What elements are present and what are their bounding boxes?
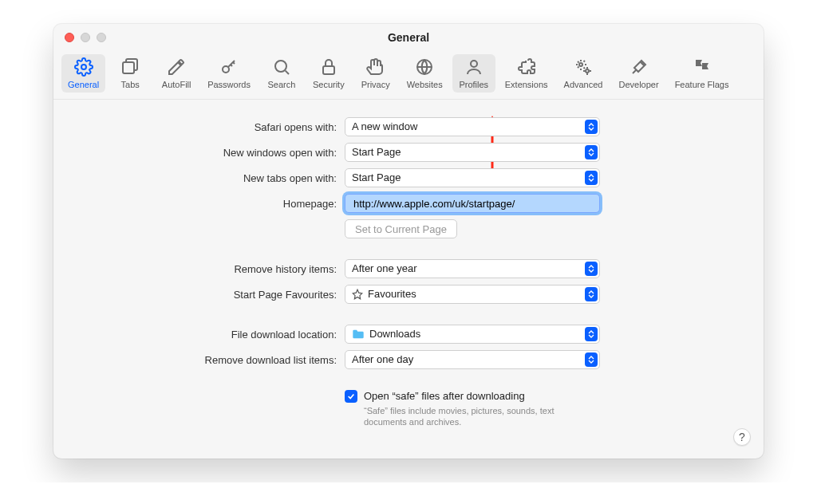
open-safe-files-help: “Safe” files include movies, pictures, s… xyxy=(364,405,579,428)
tabs-icon xyxy=(120,57,140,77)
chevron-updown-icon xyxy=(585,262,598,276)
button-label: Set to Current Page xyxy=(355,223,447,235)
svg-point-0 xyxy=(81,65,86,69)
homepage-input-field[interactable] xyxy=(352,197,593,211)
tab-label: Privacy xyxy=(361,80,390,89)
tab-profiles[interactable]: Profiles xyxy=(452,54,495,93)
label-download-location: File download location: xyxy=(153,329,345,341)
lock-icon xyxy=(319,57,338,77)
chevron-updown-icon xyxy=(585,327,598,341)
svg-point-2 xyxy=(223,66,229,73)
tab-label: Security xyxy=(313,80,345,89)
select-start-page-favourites[interactable]: Favourites xyxy=(345,285,600,304)
gears-icon xyxy=(574,57,593,77)
tab-autofill[interactable]: AutoFill xyxy=(155,54,198,93)
set-current-page-button[interactable]: Set to Current Page xyxy=(345,219,457,238)
tab-privacy[interactable]: Privacy xyxy=(354,54,397,93)
svg-point-6 xyxy=(471,61,477,67)
label-homepage: Homepage: xyxy=(153,198,345,210)
tab-general[interactable]: General xyxy=(61,54,105,93)
globe-icon xyxy=(415,57,434,77)
select-remove-history-items[interactable]: After one year xyxy=(345,259,600,278)
select-value: After one year xyxy=(352,260,417,278)
label-remove-downloads: Remove download list items: xyxy=(153,354,345,366)
tab-search[interactable]: Search xyxy=(260,54,303,93)
flags-icon xyxy=(693,57,712,77)
chevron-updown-icon xyxy=(585,120,598,134)
label-safari-opens: Safari opens with: xyxy=(153,121,345,133)
help-icon: ? xyxy=(739,431,745,443)
star-icon xyxy=(352,289,363,300)
svg-point-3 xyxy=(275,61,286,72)
tab-label: Passwords xyxy=(207,80,251,89)
person-icon xyxy=(464,57,483,77)
select-value: Downloads xyxy=(369,325,420,343)
homepage-input[interactable] xyxy=(345,194,600,213)
select-remove-download-list[interactable]: After one day xyxy=(345,350,600,369)
label-new-windows: New windows open with: xyxy=(153,147,345,159)
tab-passwords[interactable]: Passwords xyxy=(201,54,257,93)
open-safe-files-checkbox[interactable] xyxy=(345,390,357,403)
tab-label: Feature Flags xyxy=(675,80,729,89)
tab-advanced[interactable]: Advanced xyxy=(558,54,610,93)
select-value: A new window xyxy=(352,118,417,136)
tab-toolbar: General Tabs AutoFill Passwords Search S… xyxy=(53,51,764,100)
tab-feature-flags[interactable]: Feature Flags xyxy=(669,54,736,93)
tools-icon xyxy=(630,57,649,77)
pencil-icon xyxy=(167,57,186,77)
key-icon xyxy=(219,57,239,77)
tab-label: AutoFill xyxy=(162,80,191,89)
minimise-window-button[interactable] xyxy=(81,33,90,42)
hand-icon xyxy=(366,57,385,77)
chevron-updown-icon xyxy=(585,171,598,185)
window-title: General xyxy=(53,31,764,44)
tab-developer[interactable]: Developer xyxy=(612,54,665,93)
chevron-updown-icon xyxy=(585,145,598,159)
select-value: Start Page xyxy=(352,144,401,161)
search-icon xyxy=(272,57,291,77)
tab-label: General xyxy=(68,80,99,89)
close-window-button[interactable] xyxy=(65,33,74,42)
select-value: Start Page xyxy=(352,169,401,187)
tab-label: Extensions xyxy=(505,80,548,89)
select-new-windows-open-with[interactable]: Start Page xyxy=(345,143,600,162)
select-new-tabs-open-with[interactable]: Start Page xyxy=(345,168,600,187)
open-safe-files-label: Open “safe” files after downloading xyxy=(364,390,579,402)
zoom-window-button[interactable] xyxy=(97,33,106,42)
checkmark-icon xyxy=(347,392,355,400)
tab-label: Advanced xyxy=(564,80,603,89)
select-value: Favourites xyxy=(368,285,416,303)
tab-websites[interactable]: Websites xyxy=(401,54,449,93)
chevron-updown-icon xyxy=(585,352,598,367)
svg-rect-1 xyxy=(123,62,134,73)
select-safari-opens-with[interactable]: A new window xyxy=(345,117,600,136)
tab-label: Search xyxy=(268,80,296,89)
label-new-tabs: New tabs open with: xyxy=(153,172,345,184)
chevron-updown-icon xyxy=(585,287,598,301)
tab-tabs[interactable]: Tabs xyxy=(109,54,152,93)
tab-extensions[interactable]: Extensions xyxy=(499,54,555,93)
tab-label: Tabs xyxy=(121,80,140,89)
puzzle-icon xyxy=(517,57,536,77)
window-controls xyxy=(65,33,106,42)
select-value: After one day xyxy=(352,351,413,368)
label-remove-history: Remove history items: xyxy=(153,263,345,275)
svg-point-7 xyxy=(579,63,582,66)
gear-icon xyxy=(74,57,93,77)
svg-rect-4 xyxy=(323,66,334,74)
select-file-download-location[interactable]: Downloads xyxy=(345,325,600,344)
svg-point-8 xyxy=(586,69,589,73)
tab-label: Profiles xyxy=(459,80,488,89)
help-button[interactable]: ? xyxy=(733,428,751,446)
tab-label: Websites xyxy=(407,80,443,89)
folder-icon xyxy=(352,329,365,340)
general-form: Safari opens with: A new window New wind… xyxy=(153,117,664,428)
titlebar: General xyxy=(53,24,764,51)
label-startpage-favourites: Start Page Favourites: xyxy=(153,289,345,301)
tab-label: Developer xyxy=(618,80,658,89)
preferences-window: General General Tabs AutoFill Passwords … xyxy=(53,24,764,459)
tab-security[interactable]: Security xyxy=(306,54,351,93)
